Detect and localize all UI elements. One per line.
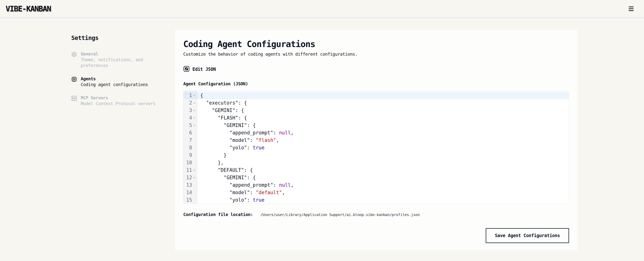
token-punctuation: } — [200, 152, 226, 158]
code-line-3[interactable]: "GEMINI": { — [197, 107, 569, 114]
gutter-line-13: 13 — [184, 181, 197, 189]
code-line-1[interactable]: { — [197, 92, 569, 99]
gutter-line-6: 6 — [184, 129, 197, 136]
token-punctuation: : { — [247, 122, 256, 128]
gutter-line-3: 3 — [184, 107, 197, 114]
top-navbar: VIBE-KANBAN — [0, 0, 644, 18]
line-number: 11 — [186, 166, 192, 174]
fold-spacer — [192, 159, 196, 166]
line-number: 12 — [186, 174, 192, 181]
fold-spacer — [192, 136, 196, 144]
token-key: "yolo" — [230, 145, 247, 150]
code-line-15[interactable]: "yolo": true — [197, 196, 569, 204]
fold-spacer — [192, 196, 196, 204]
fold-chevron-icon[interactable] — [192, 107, 196, 114]
token-punctuation: : { — [238, 115, 247, 121]
token-punctuation: : — [273, 130, 279, 136]
code-line-12[interactable]: "GEMINI": { — [197, 174, 569, 181]
sidebar-item-label: Agents — [81, 76, 148, 82]
token-string: "flash" — [256, 137, 276, 143]
gutter-line-1: 1 — [184, 92, 197, 99]
fold-spacer — [192, 189, 196, 196]
editor-code[interactable]: { "executors": { "GEMINI": { "FLASH": { … — [197, 91, 569, 204]
sidebar-title: Settings — [71, 34, 161, 42]
token-key: "append_prompt" — [230, 182, 273, 188]
edit-json-label: Edit JSON — [192, 67, 216, 72]
sidebar-item-description: Coding agent configurations — [81, 82, 148, 88]
token-key: "model" — [230, 190, 250, 195]
hamburger-icon — [629, 7, 634, 7]
fold-chevron-icon[interactable] — [192, 114, 196, 122]
app-logo[interactable]: VIBE-KANBAN — [6, 5, 51, 13]
gutter-line-4: 4 — [184, 114, 197, 122]
fold-spacer — [192, 181, 196, 189]
sidebar-item-mcp-servers[interactable]: MCP Servers Model Context Protocol serve… — [71, 95, 161, 107]
fold-chevron-icon[interactable] — [192, 166, 196, 174]
token-punctuation: { — [200, 93, 203, 98]
line-number: 9 — [189, 151, 192, 159]
gutter-line-8: 8 — [184, 144, 197, 151]
code-line-10[interactable]: }, — [197, 159, 569, 166]
fold-chevron-icon[interactable] — [192, 122, 196, 129]
token-key: "append_prompt" — [230, 130, 273, 136]
token-punctuation: : — [250, 137, 256, 143]
config-file-location-label: Configuration file location: — [183, 212, 253, 217]
token-key: "GEMINI" — [224, 175, 247, 180]
editor-label: Agent Configuration (JSON) — [183, 81, 569, 86]
token-key: "DEFAULT" — [218, 167, 244, 173]
gutter-line-5: 5 — [184, 122, 197, 129]
settings-sidebar: Settings General Theme, notifications, a… — [71, 30, 161, 114]
code-line-8[interactable]: "yolo": true — [197, 144, 569, 151]
code-line-6[interactable]: "append_prompt": null, — [197, 129, 569, 136]
save-agent-configurations-button[interactable]: Save Agent Configurations — [486, 228, 569, 243]
code-line-7[interactable]: "model": "flash", — [197, 136, 569, 144]
hamburger-menu-button[interactable] — [628, 6, 635, 12]
page-title: Coding Agent Configurations — [183, 39, 569, 49]
line-number: 6 — [189, 129, 192, 136]
chip-icon — [71, 76, 77, 88]
code-line-5[interactable]: "GEMINI": { — [197, 122, 569, 129]
token-punctuation: , — [276, 137, 279, 143]
code-line-14[interactable]: "model": "default", — [197, 189, 569, 196]
fold-spacer — [192, 129, 196, 136]
gear-icon — [71, 52, 77, 69]
code-line-11[interactable]: "DEFAULT": { — [197, 166, 569, 174]
token-key: "FLASH" — [218, 115, 238, 121]
sidebar-item-description: Theme, notifications, and preferences — [81, 57, 161, 69]
token-key: "executors" — [206, 100, 238, 106]
fold-chevron-icon[interactable] — [192, 99, 196, 107]
server-icon — [71, 95, 77, 107]
token-punctuation: : — [273, 182, 279, 188]
code-line-13[interactable]: "append_prompt": null, — [197, 181, 569, 189]
line-number: 8 — [189, 144, 192, 151]
code-line-4[interactable]: "FLASH": { — [197, 114, 569, 122]
line-number: 3 — [189, 107, 192, 114]
token-punctuation — [200, 108, 212, 113]
code-line-9[interactable]: } — [197, 151, 569, 159]
token-punctuation: , — [291, 130, 294, 136]
token-punctuation — [200, 182, 230, 188]
token-punctuation — [200, 100, 206, 106]
json-editor[interactable]: 123456789101112131415 { "executors": { "… — [183, 90, 569, 204]
fold-chevron-icon[interactable] — [192, 92, 196, 99]
token-punctuation: }, — [200, 160, 224, 165]
sidebar-item-general[interactable]: General Theme, notifications, and prefer… — [71, 51, 161, 69]
line-number: 5 — [189, 122, 192, 129]
code-line-2[interactable]: "executors": { — [197, 99, 569, 107]
token-punctuation: : — [247, 145, 253, 150]
line-number: 15 — [186, 196, 192, 204]
token-null: null — [279, 182, 291, 188]
edit-json-toggle-button[interactable]: Edit JSON — [183, 66, 216, 73]
token-key: "yolo" — [230, 197, 247, 203]
token-punctuation — [200, 167, 218, 173]
line-number: 10 — [186, 159, 192, 166]
sidebar-item-agents[interactable]: Agents Coding agent configurations — [71, 76, 161, 88]
line-number: 13 — [186, 181, 192, 189]
token-key: "GEMINI" — [224, 122, 247, 128]
token-key: "model" — [230, 137, 250, 143]
token-punctuation — [200, 175, 224, 180]
edit-square-icon — [183, 66, 190, 73]
token-null: null — [279, 130, 291, 136]
fold-chevron-icon[interactable] — [192, 174, 196, 181]
token-boolean: true — [253, 197, 264, 203]
